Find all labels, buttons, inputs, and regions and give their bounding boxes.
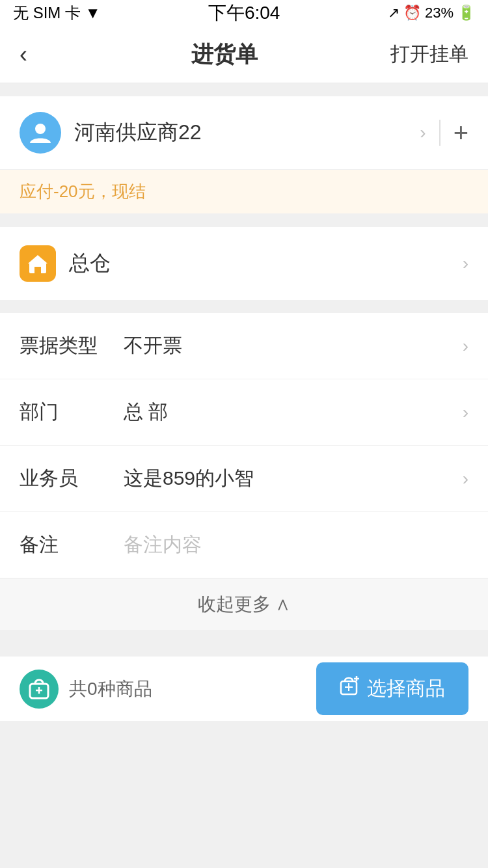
department-row[interactable]: 部门 总 部 › <box>0 379 488 446</box>
svg-point-0 <box>35 124 46 134</box>
page-title: 进货单 <box>191 40 258 70</box>
status-time: 下午6:04 <box>208 1 280 25</box>
supplier-divider <box>439 120 441 146</box>
alarm-icon: ⏰ <box>403 5 421 21</box>
select-product-icon <box>340 676 360 701</box>
nav-bar: ‹ 进货单 打开挂单 <box>0 26 488 83</box>
back-button[interactable]: ‹ <box>20 41 59 68</box>
department-arrow-icon: › <box>463 402 468 423</box>
invoice-row[interactable]: 票据类型 不开票 › <box>0 313 488 379</box>
invoice-value: 不开票 <box>111 332 463 359</box>
remark-row[interactable]: 备注 备注内容 <box>0 512 488 578</box>
salesman-arrow-icon: › <box>463 468 468 489</box>
supplier-name: 河南供应商22 <box>74 118 420 147</box>
notice-bar: 应付-20元，现结 <box>0 170 488 213</box>
svg-marker-2 <box>28 255 47 264</box>
signal-text: 无 SIM 卡 ▼ <box>13 3 100 23</box>
invoice-arrow-icon: › <box>463 336 468 357</box>
status-left: 无 SIM 卡 ▼ <box>13 3 100 23</box>
gray-background <box>0 721 488 868</box>
battery-text: 23% <box>425 5 454 21</box>
select-product-label: 选择商品 <box>367 675 445 702</box>
location-icon: ↗ <box>388 5 400 21</box>
select-product-button[interactable]: 选择商品 <box>316 662 468 715</box>
product-icon <box>20 670 59 709</box>
supplier-section: 河南供应商22 › + 应付-20元，现结 <box>0 96 488 213</box>
department-label: 部门 <box>20 399 111 426</box>
invoice-label: 票据类型 <box>20 332 111 359</box>
remark-input[interactable]: 备注内容 <box>111 532 468 558</box>
product-count-text: 共0种商品 <box>69 677 152 701</box>
remark-label: 备注 <box>20 532 111 558</box>
warehouse-row[interactable]: 总仓 › <box>0 226 488 300</box>
section-gap-1 <box>0 83 488 96</box>
section-gap-2 <box>0 213 488 226</box>
battery-icon: 🔋 <box>457 5 475 21</box>
supplier-avatar <box>20 112 61 154</box>
add-supplier-button[interactable]: + <box>454 118 468 148</box>
salesman-row[interactable]: 业务员 这是859的小智 › <box>0 446 488 512</box>
status-bar: 无 SIM 卡 ▼ 下午6:04 ↗ ⏰ 23% 🔋 <box>0 0 488 26</box>
salesman-value: 这是859的小智 <box>111 465 463 492</box>
collapse-button[interactable]: 收起更多 ∧ <box>0 578 488 630</box>
open-pending-button[interactable]: 打开挂单 <box>390 41 468 68</box>
supplier-row[interactable]: 河南供应商22 › + <box>0 96 488 170</box>
status-right: ↗ ⏰ 23% 🔋 <box>388 5 475 21</box>
salesman-label: 业务员 <box>20 465 111 492</box>
supplier-arrow-icon: › <box>420 122 426 143</box>
svg-rect-3 <box>34 267 41 273</box>
warehouse-arrow-icon: › <box>463 253 468 274</box>
warehouse-name: 总仓 <box>69 249 463 278</box>
bottom-bar: 共0种商品 选择商品 <box>0 656 488 721</box>
form-section: 票据类型 不开票 › 部门 总 部 › 业务员 这是859的小智 › 备注 备注… <box>0 313 488 578</box>
product-count-area: 共0种商品 <box>20 670 152 709</box>
department-value: 总 部 <box>111 399 463 426</box>
warehouse-icon <box>20 245 56 282</box>
section-gap-3 <box>0 630 488 643</box>
warehouse-section: 总仓 › <box>0 226 488 300</box>
